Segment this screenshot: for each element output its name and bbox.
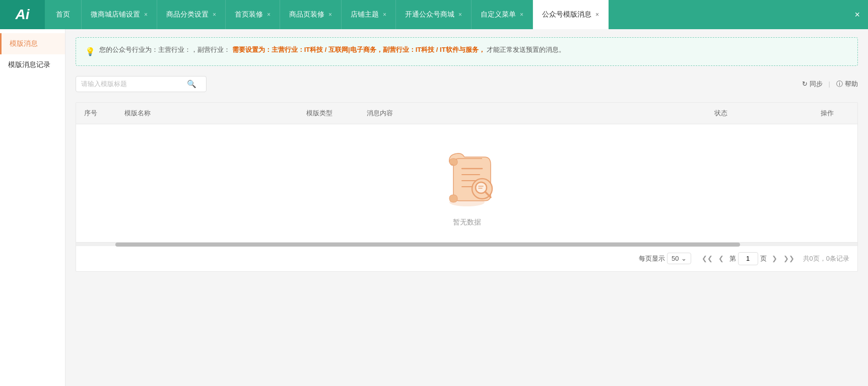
page-size-value: 50 bbox=[672, 255, 679, 262]
content-area: 💡 您的公众号行业为：主营行业：，副营行业： 需要设置为：主营行业：IT科技 /… bbox=[65, 29, 868, 386]
page-size-dropdown[interactable]: 50 ⌄ bbox=[667, 253, 691, 264]
prev-page-button[interactable]: ❮ bbox=[715, 253, 727, 265]
nav-tab-shop-settings-label: 微商城店铺设置 bbox=[91, 10, 140, 19]
nav-tab-custom-menu[interactable]: 自定义菜单 × bbox=[472, 0, 533, 29]
sync-icon: ↻ bbox=[802, 80, 808, 88]
nav-tab-category-settings[interactable]: 商品分类设置 × bbox=[157, 0, 226, 29]
sync-label: 同步 bbox=[810, 80, 823, 89]
table-header: 序号 模版名称 模版类型 消息内容 状态 操作 bbox=[76, 103, 857, 124]
nav-tab-open-wechat[interactable]: 开通公众号商城 × bbox=[396, 0, 472, 29]
nav-tab-product-decoration-label: 商品页装修 bbox=[289, 10, 324, 19]
page-unit-label: 页 bbox=[760, 254, 767, 263]
nav-tab-home[interactable]: 首页 bbox=[45, 0, 82, 29]
search-input[interactable] bbox=[81, 80, 187, 88]
next-page-button[interactable]: ❯ bbox=[769, 253, 781, 265]
toolbar: 🔍 ↻ 同步 | ⓘ 帮助 bbox=[76, 74, 858, 94]
sidebar-item-template-message-label: 模版消息 bbox=[10, 39, 38, 47]
nav-tab-custom-menu-close[interactable]: × bbox=[520, 11, 523, 18]
page-number-input[interactable] bbox=[738, 252, 758, 265]
nav-tab-open-wechat-label: 开通公众号商城 bbox=[405, 10, 454, 19]
page-prefix-label: 第 bbox=[729, 254, 736, 263]
main-layout: 模版消息 模版消息记录 💡 您的公众号行业为：主营行业：，副营行业： 需要设置为… bbox=[0, 29, 868, 386]
notice-icon: 💡 bbox=[85, 45, 95, 58]
page-size-select: 每页显示 50 ⌄ bbox=[639, 253, 691, 264]
scroll-bar-track[interactable] bbox=[115, 243, 741, 247]
nav-tabs: 首页 微商城店铺设置 × 商品分类设置 × 首页装修 × 商品页装修 × 店铺主… bbox=[45, 0, 846, 29]
notice-box: 💡 您的公众号行业为：主营行业：，副营行业： 需要设置为：主营行业：IT科技 /… bbox=[76, 37, 858, 66]
th-name: 模版名称 bbox=[116, 103, 298, 124]
toolbar-right: ↻ 同步 | ⓘ 帮助 bbox=[802, 80, 858, 89]
notice-suffix: 才能正常发送预置的消息。 bbox=[487, 46, 565, 53]
nav-tab-template-msg-close[interactable]: × bbox=[595, 11, 599, 18]
chevron-down-icon: ⌄ bbox=[681, 255, 687, 262]
page-nav: ❮❮ ❮ 第 页 ❯ ❯❯ bbox=[701, 252, 795, 265]
empty-text: 暂无数据 bbox=[453, 218, 481, 227]
nav-tab-shop-settings-close[interactable]: × bbox=[144, 11, 148, 18]
pagination: 每页显示 50 ⌄ ❮❮ ❮ 第 页 ❯ ❯❯ 共0页，0条记录 bbox=[76, 246, 857, 271]
nav-tab-template-msg[interactable]: 公众号模版消息 × bbox=[533, 0, 609, 29]
notice-highlight: 需要设置为：主营行业：IT科技 / 互联网|电子商务，副营行业：IT科技 / I… bbox=[232, 46, 485, 53]
sidebar: 模版消息 模版消息记录 bbox=[0, 29, 65, 386]
top-nav: Ai 首页 微商城店铺设置 × 商品分类设置 × 首页装修 × 商品页装修 × … bbox=[0, 0, 868, 29]
th-seq: 序号 bbox=[76, 103, 116, 124]
scroll-bar-container[interactable] bbox=[76, 242, 857, 246]
nav-tab-open-wechat-close[interactable]: × bbox=[458, 11, 462, 18]
sync-button[interactable]: ↻ 同步 bbox=[802, 80, 823, 89]
th-content: 消息内容 bbox=[359, 103, 706, 124]
nav-tab-product-decoration-close[interactable]: × bbox=[328, 11, 332, 18]
first-page-button[interactable]: ❮❮ bbox=[701, 253, 713, 265]
nav-tab-category-settings-close[interactable]: × bbox=[213, 11, 216, 18]
sidebar-item-template-message-record[interactable]: 模版消息记录 bbox=[0, 54, 65, 75]
notice-text: 您的公众号行业为：主营行业：，副营行业： 需要设置为：主营行业：IT科技 / 互… bbox=[99, 45, 565, 55]
sidebar-item-template-message[interactable]: 模版消息 bbox=[0, 33, 65, 54]
nav-tab-home-decoration-close[interactable]: × bbox=[267, 11, 271, 18]
last-page-button[interactable]: ❯❯ bbox=[783, 253, 795, 265]
th-action: 操作 bbox=[797, 103, 857, 124]
empty-illustration bbox=[434, 144, 500, 210]
sidebar-item-template-message-record-label: 模版消息记录 bbox=[8, 60, 50, 68]
help-icon: ⓘ bbox=[836, 80, 843, 89]
app-logo: Ai bbox=[0, 0, 45, 29]
nav-tab-template-msg-label: 公众号模版消息 bbox=[542, 10, 591, 19]
nav-tab-store-theme[interactable]: 店铺主题 × bbox=[342, 0, 396, 29]
th-status: 状态 bbox=[706, 103, 797, 124]
toolbar-divider: | bbox=[829, 80, 830, 88]
nav-tab-home-decoration[interactable]: 首页装修 × bbox=[226, 0, 280, 29]
nav-tab-product-decoration[interactable]: 商品页装修 × bbox=[280, 0, 342, 29]
th-type: 模版类型 bbox=[298, 103, 359, 124]
nav-tab-custom-menu-label: 自定义菜单 bbox=[481, 10, 516, 19]
close-all-button[interactable]: × bbox=[846, 0, 868, 29]
page-size-label: 每页显示 bbox=[639, 254, 665, 263]
nav-tab-home-decoration-label: 首页装修 bbox=[235, 10, 263, 19]
empty-state: 暂无数据 bbox=[76, 124, 857, 242]
search-box[interactable]: 🔍 bbox=[76, 76, 207, 92]
search-icon[interactable]: 🔍 bbox=[187, 80, 196, 89]
page-total: 共0页，0条记录 bbox=[803, 254, 849, 263]
help-label: 帮助 bbox=[845, 80, 858, 89]
nav-tab-home-label: 首页 bbox=[56, 10, 70, 19]
nav-tab-shop-settings[interactable]: 微商城店铺设置 × bbox=[82, 0, 157, 29]
help-button[interactable]: ⓘ 帮助 bbox=[836, 80, 858, 89]
table-container: 序号 模版名称 模版类型 消息内容 状态 操作 bbox=[76, 102, 858, 272]
nav-tab-store-theme-label: 店铺主题 bbox=[351, 10, 379, 19]
nav-tab-store-theme-close[interactable]: × bbox=[383, 11, 386, 18]
notice-prefix: 您的公众号行业为：主营行业：，副营行业： bbox=[99, 46, 230, 53]
nav-tab-category-settings-label: 商品分类设置 bbox=[166, 10, 209, 19]
